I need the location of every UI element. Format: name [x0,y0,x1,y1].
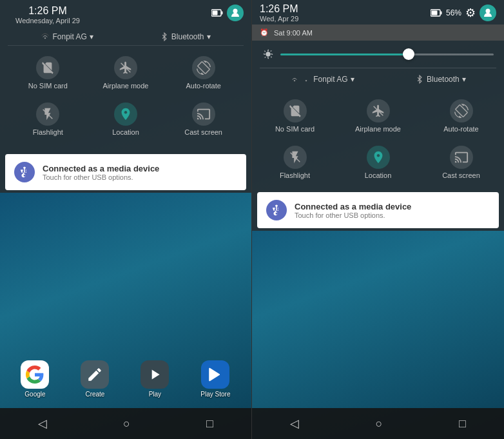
right-status-icons: 56% ⚙ [431,5,496,21]
right-wifi-item[interactable]: Fonpit AG ▾ [290,75,354,84]
left-wifi-item[interactable]: Fonpit AG ▾ [41,32,93,41]
right-separator1 [260,68,496,68]
create-icon [86,366,103,383]
left-home-btn[interactable]: ○ [110,412,143,436]
right-notification-title: Connected as a media device [295,202,411,211]
left-notification-text: Connected as a media device Touch for ot… [43,164,159,181]
right-toggle-grid: No SIM card Airplane mode [252,89,504,190]
play-icon [146,366,163,383]
left-avatar[interactable] [227,5,244,21]
right-settings-icon[interactable]: ⚙ [465,6,476,20]
right-cast-icon [454,150,469,164]
left-toggle-cast[interactable]: Cast screen [166,97,241,141]
left-app-play[interactable]: Play [141,360,169,398]
location-icon [119,107,133,121]
right-location-icon [371,150,385,164]
left-time-block: 1:26 PM Wednesday, April 29 [8,1,88,24]
right-recents-btn[interactable]: □ [446,412,479,436]
battery-icon [211,9,223,17]
left-notification-subtitle: Touch for other USB options. [43,173,159,181]
left-app-create[interactable]: Create [81,360,109,398]
left-notification-shade: 1:26 PM Wednesday, April 29 [0,0,251,193]
right-usb-icon-bg [266,200,287,220]
left-app-play-store-label: Play Store [200,391,230,398]
left-app-play-store[interactable]: Play Store [200,360,230,398]
right-home-btn[interactable]: ○ [363,412,396,436]
left-toggle-location[interactable]: Location [88,97,164,141]
right-user-icon [483,8,493,18]
left-bluetooth-dropdown: ▾ [207,32,211,41]
play-icon-bg [141,360,169,389]
left-app-google[interactable]: Google [21,360,49,398]
right-bluetooth-label: Bluetooth [427,75,460,84]
left-notification-title: Connected as a media device [43,164,159,173]
play-store-icon [207,366,224,383]
left-location-icon-bg [114,102,137,126]
left-bluetooth-item[interactable]: Bluetooth ▾ [160,32,211,41]
left-auto-rotate-label: Auto-rotate [186,82,220,90]
right-notification-card[interactable]: Connected as a media device Touch for ot… [257,192,499,228]
left-wifi-dropdown: ▾ [90,32,93,41]
left-status-icons [211,5,244,21]
left-date: Wednesday, April 29 [15,17,80,24]
right-notification-shade: 1:26 PM Wed, Apr 29 56% ⚙ [252,0,504,231]
left-back-btn[interactable]: ◁ [25,411,60,436]
right-wifi-label: Fonpit AG [313,75,347,84]
right-cast-icon-bg [450,146,473,169]
right-avatar[interactable] [480,5,496,21]
right-toggle-airplane[interactable]: Airplane mode [338,94,418,138]
right-toggle-cast[interactable]: Cast screen [421,141,501,184]
brightness-icon [262,48,274,60]
right-brightness-thumb [403,48,414,60]
right-toggle-no-sim[interactable]: No SIM card [255,94,335,138]
left-flashlight-icon-bg [36,102,59,126]
left-app-create-label: Create [85,391,104,398]
right-wifi-dropdown: ▾ [351,75,354,84]
left-flashlight-label: Flashlight [33,128,63,136]
airplane-icon [119,61,133,75]
user-icon [230,8,240,18]
right-network-row: Fonpit AG ▾ Bluetooth ▾ [260,72,496,86]
right-back-btn[interactable]: ◁ [277,411,312,436]
create-icon-bg [81,360,109,389]
left-notification-card[interactable]: Connected as a media device Touch for ot… [5,154,246,190]
cast-icon [197,107,211,121]
right-location-icon-bg [367,146,390,169]
right-toggle-flashlight[interactable]: Flashlight [255,141,335,184]
right-brightness-slider[interactable] [280,54,494,55]
left-home-screen: Google Create Play [0,351,251,407]
right-brightness-row [252,42,504,66]
left-location-label: Location [112,128,139,136]
left-recents-btn[interactable]: □ [193,412,226,436]
left-toggle-no-sim[interactable]: No SIM card [10,51,86,95]
left-cast-label: Cast screen [184,128,222,136]
right-bluetooth-dropdown: ▾ [462,75,466,84]
no-sim-icon [41,61,55,75]
left-toggle-auto-rotate[interactable]: Auto-rotate [166,51,241,95]
left-toggle-flashlight[interactable]: Flashlight [10,97,86,141]
right-airplane-label: Airplane mode [355,125,401,133]
right-status-bar: 1:26 PM Wed, Apr 29 56% ⚙ [252,0,504,23]
right-toggle-auto-rotate[interactable]: Auto-rotate [421,94,501,138]
right-flashlight-icon-bg [284,146,307,169]
right-alarm-text: Sat 9:00 AM [274,29,313,37]
svg-point-3 [233,9,238,14]
right-bluetooth-icon [415,75,424,84]
left-phone-panel: 1:26 PM Wednesday, April 29 [0,0,252,439]
left-airplane-label: Airplane mode [103,82,149,90]
left-no-sim-label: No SIM card [28,82,68,90]
left-toggle-airplane[interactable]: Airplane mode [88,51,164,95]
right-toggle-location[interactable]: Location [338,141,418,184]
right-cast-label: Cast screen [442,171,480,179]
svg-rect-8 [440,12,441,15]
right-nav-bar: ◁ ○ □ [252,408,504,439]
right-airplane-icon-bg [367,99,390,122]
svg-rect-1 [222,12,223,15]
left-app-play-label: Play [149,391,161,398]
right-auto-rotate-icon-bg [450,99,473,122]
left-app-google-label: Google [24,391,45,398]
svg-rect-2 [213,11,218,15]
right-bluetooth-item[interactable]: Bluetooth ▾ [415,75,466,84]
right-no-sim-icon [288,104,302,118]
svg-point-10 [486,9,490,14]
